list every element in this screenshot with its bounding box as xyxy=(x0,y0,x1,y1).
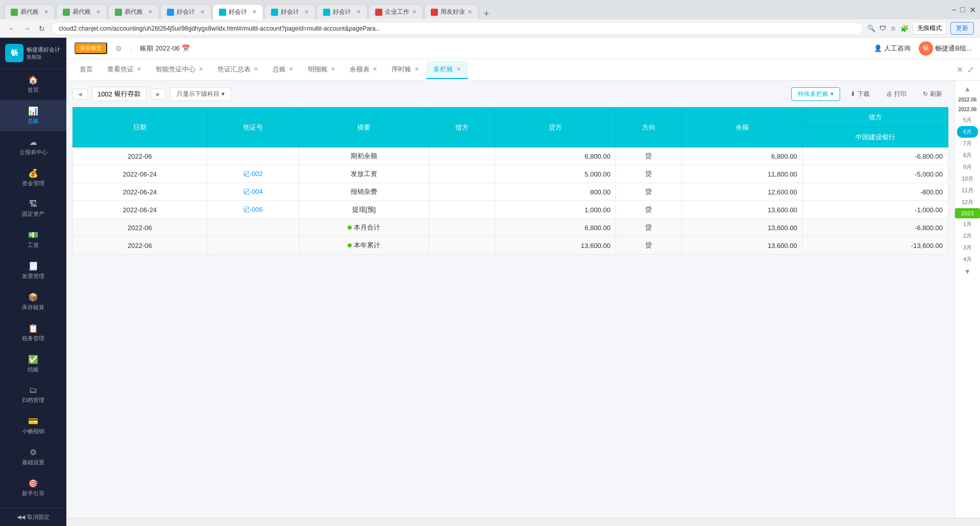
tab-expand-icon[interactable]: ⤢ xyxy=(967,65,974,74)
account-code: 1002 xyxy=(97,90,112,98)
timeline-month-12[interactable]: 12月 xyxy=(955,196,980,208)
page-tab-general-ledger[interactable]: 总账✕ xyxy=(265,61,301,79)
timeline-month-9[interactable]: 9月 xyxy=(955,161,980,173)
sidebar-item-membership[interactable]: 👑畅会员 xyxy=(0,504,66,508)
timeline-month-7[interactable]: 7月 xyxy=(955,138,980,149)
timeline-month-11[interactable]: 11月 xyxy=(955,185,980,196)
browser-tab-3[interactable]: 易代账✕ xyxy=(108,4,159,19)
page-tab-smart-voucher[interactable]: 智能凭证中心✕ xyxy=(149,61,210,79)
cell-voucher[interactable]: 记-006 xyxy=(207,201,299,219)
browser-tab-9[interactable]: 用友好业✕ xyxy=(424,4,479,19)
cell-voucher[interactable]: 记-004 xyxy=(207,183,299,201)
refresh-nav-button[interactable]: ↻ xyxy=(37,22,47,35)
multi-col-button[interactable]: 特殊多栏账 ▾ xyxy=(791,87,840,101)
account-next[interactable]: ▶ xyxy=(151,89,166,99)
timeline-scroll-up[interactable]: ▲ xyxy=(962,83,973,95)
next-arrow-icon[interactable]: ▶ xyxy=(156,91,160,97)
new-tab-button[interactable]: + xyxy=(480,9,494,19)
sidebar-item-invoice[interactable]: 🧾发票管理 xyxy=(0,255,66,286)
account-prev[interactable]: ◀ xyxy=(72,89,88,99)
maximize-button[interactable]: □ xyxy=(960,5,965,14)
back-button[interactable]: ← xyxy=(6,22,17,35)
star-icon[interactable]: ☆ xyxy=(890,24,896,32)
sidebar-item-expense[interactable]: 💳小畅报销 xyxy=(0,410,66,441)
account-name: 银行存款 xyxy=(114,89,141,98)
wuhen-button[interactable]: 无痕模式 xyxy=(913,22,946,35)
search-icon[interactable]: 🔍 xyxy=(867,24,875,32)
timeline-month-5[interactable]: 5月 xyxy=(955,114,980,126)
timeline-month-6[interactable]: 6月 xyxy=(957,126,978,138)
account-selector[interactable]: 1002 银行存款 xyxy=(92,87,146,101)
browser-tab-7[interactable]: 好会计✕ xyxy=(316,4,368,19)
page-tab-voucher-summary[interactable]: 凭证汇总表✕ xyxy=(210,61,265,79)
refresh-button[interactable]: ↻ 刷新 xyxy=(917,87,948,101)
timeline-month-2023-4[interactable]: 4月 xyxy=(955,254,980,265)
page-tab-view-voucher[interactable]: 查看凭证✕ xyxy=(100,61,149,79)
page-tab-detail-ledger[interactable]: 明细账✕ xyxy=(301,61,342,79)
timeline-month-2023-1[interactable]: 1月 xyxy=(955,218,980,230)
page-tab-close-detail-ledger[interactable]: ✕ xyxy=(331,66,335,72)
sidebar-item-guide[interactable]: 🎯新手引导 xyxy=(0,472,66,504)
cell-voucher[interactable]: 记-002 xyxy=(207,165,299,183)
tab-collapse-icon[interactable]: ✕ xyxy=(957,65,963,74)
page-tab-sequence-ledger[interactable]: 序时账✕ xyxy=(384,61,426,79)
filter-button[interactable]: 只显示下级科目 ▾ xyxy=(170,87,231,101)
timeline-month-8[interactable]: 8月 xyxy=(955,149,980,161)
period-selector[interactable]: 账期 2022-06 📅 xyxy=(140,44,190,53)
page-tab-balance-table[interactable]: 余额表✕ xyxy=(342,61,384,79)
settings-icon[interactable]: ⚙ xyxy=(115,44,122,53)
cell-summary: 本月合计 xyxy=(299,219,429,237)
period-label: 账期 xyxy=(140,44,153,53)
cell-summary: 本年累计 xyxy=(299,237,429,255)
col-credit: 贷方 xyxy=(495,108,616,147)
sidebar-item-cloud-report[interactable]: ☁云报表中心 xyxy=(0,131,66,162)
timeline-scroll-down[interactable]: ▼ xyxy=(962,265,973,278)
sidebar-item-inventory[interactable]: 📦库存核算 xyxy=(0,286,66,317)
page-tab-close-multi-col-ledger[interactable]: ✕ xyxy=(456,66,461,72)
browser-tab-5[interactable]: 好会计✕ xyxy=(212,4,263,19)
sidebar-item-general-ledger[interactable]: 📊总账 xyxy=(0,100,66,131)
sidebar-item-fund[interactable]: 💰资金管理 xyxy=(0,162,66,193)
sidebar-item-tax[interactable]: 📋税务管理 xyxy=(0,317,66,348)
prev-arrow-icon[interactable]: ◀ xyxy=(78,91,82,97)
browser-tab-2[interactable]: 易代账✕ xyxy=(56,4,107,19)
page-tab-home[interactable]: 首页 xyxy=(72,61,100,79)
table-row: 2022-06-24 记-006 提现[预] 1,000.00 贷 13,600… xyxy=(73,201,948,219)
browser-tab-4[interactable]: 好会计✕ xyxy=(160,4,211,19)
bottom-scrollbar[interactable] xyxy=(66,518,980,526)
browser-tab-6[interactable]: 好会计✕ xyxy=(264,4,315,19)
browser-tab-8[interactable]: 企业工作✕ xyxy=(369,4,423,19)
extension-icon[interactable]: 🧩 xyxy=(900,24,909,32)
sidebar-item-payroll[interactable]: 💵工资 xyxy=(0,224,66,255)
page-tab-close-balance-table[interactable]: ✕ xyxy=(373,66,377,72)
sidebar-item-home[interactable]: 🏠首页 xyxy=(0,69,66,100)
download-button[interactable]: ⬇ 下载 xyxy=(844,87,876,101)
update-button[interactable]: 更新 xyxy=(950,22,974,35)
minimize-button[interactable]: – xyxy=(951,5,956,14)
support-button[interactable]: 👤 人工咨询 xyxy=(874,44,911,53)
cell-balance: 13,600.00 xyxy=(682,219,803,237)
pin-button[interactable]: ◀◀ 取消固定 xyxy=(5,513,61,521)
sidebar-item-settings[interactable]: ⚙基础设置 xyxy=(0,441,66,472)
sidebar-item-archive[interactable]: 🗂归档管理 xyxy=(0,380,66,410)
page-tab-multi-col-ledger[interactable]: 多栏账✕ xyxy=(426,61,468,79)
user-menu[interactable]: 畅 畅捷通B组... xyxy=(919,41,972,56)
sidebar-item-settlement[interactable]: ✅结账 xyxy=(0,348,66,380)
timeline-month-10[interactable]: 10月 xyxy=(955,173,980,185)
table-row: 2022-06 本月合计 6,800.00 贷 13,600.00 -6,800… xyxy=(73,219,948,237)
forward-button[interactable]: → xyxy=(21,22,33,35)
page-tab-close-sequence-ledger[interactable]: ✕ xyxy=(414,66,419,72)
page-tab-close-general-ledger[interactable]: ✕ xyxy=(289,66,293,72)
page-tab-close-voucher-summary[interactable]: ✕ xyxy=(254,66,258,72)
print-button[interactable]: 🖨 打印 xyxy=(880,87,913,101)
timeline-month-2023-3[interactable]: 3月 xyxy=(955,242,980,254)
timeline-month-2023-2[interactable]: 2月 xyxy=(955,230,980,242)
calendar-icon[interactable]: 📅 xyxy=(182,44,190,52)
page-tab-close-smart-voucher[interactable]: ✕ xyxy=(199,66,203,72)
url-input[interactable]: cloud2.chanjet.com/accounting/uh26t264j5… xyxy=(51,22,863,35)
close-button[interactable]: ✕ xyxy=(969,5,976,15)
demo-badge[interactable]: 演示账套 xyxy=(75,42,107,54)
sidebar-item-fixed-assets[interactable]: 🏗固定资产 xyxy=(0,193,66,224)
page-tab-close-view-voucher[interactable]: ✕ xyxy=(137,66,141,72)
browser-tab-1[interactable]: 易代账✕ xyxy=(4,4,55,19)
